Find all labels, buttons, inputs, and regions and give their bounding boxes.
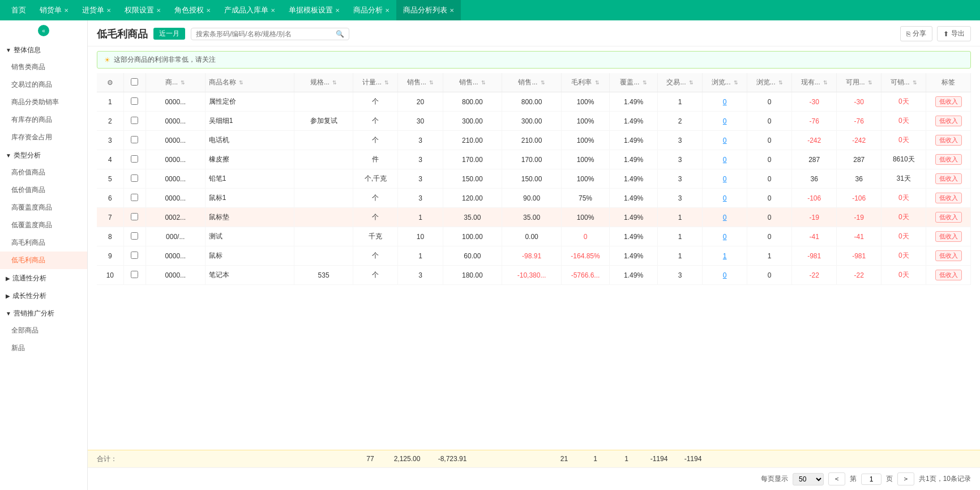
sidebar-group-liquidity[interactable]: ▶ 流通性分析: [0, 269, 87, 287]
th-spec[interactable]: 规格... ⇅: [294, 73, 353, 92]
th-available[interactable]: 可用... ⇅: [837, 73, 881, 92]
cell-browse1[interactable]: 0: [703, 189, 747, 208]
sidebar-item-low-coverage[interactable]: 低覆盖度商品: [0, 216, 87, 234]
sidebar-group-overall[interactable]: ▼ 整体信息: [0, 41, 87, 58]
nav-close-role-auth[interactable]: ✕: [206, 7, 211, 14]
sidebar-item-stock-capital[interactable]: 库存资金占用: [0, 129, 87, 146]
sidebar-item-category-rate[interactable]: 商品分类助销率: [0, 93, 87, 111]
nav-product-storage[interactable]: 产成品入库单 ✕: [217, 0, 282, 20]
sidebar-group-marketing[interactable]: ▼ 营销推广分析: [0, 304, 87, 322]
row-checkbox[interactable]: [131, 232, 138, 240]
row-checkbox[interactable]: [131, 97, 138, 105]
sidebar-item-traded-goods[interactable]: 交易过的商品: [0, 76, 87, 93]
cell-browse1[interactable]: 0: [703, 266, 747, 285]
sidebar-item-high-coverage[interactable]: 高覆盖度商品: [0, 199, 87, 216]
th-sales-profit[interactable]: 销售... ⇅: [502, 73, 562, 92]
th-gross-rate[interactable]: 毛利率 ⇅: [561, 73, 609, 92]
cell-browse1[interactable]: 0: [703, 208, 747, 227]
nav-template-settings[interactable]: 单据模板设置 ✕: [282, 0, 346, 20]
nav-role-auth[interactable]: 角色授权 ✕: [168, 0, 217, 20]
cell-checkbox[interactable]: [123, 150, 145, 169]
row-checkbox[interactable]: [131, 271, 138, 278]
nav-analysis-list[interactable]: 商品分析列表 ✕: [396, 0, 461, 20]
search-icon[interactable]: 🔍: [336, 30, 344, 38]
sidebar-item-new-goods[interactable]: 新品: [0, 339, 87, 357]
th-trade[interactable]: 交易... ⇅: [658, 73, 703, 92]
sidebar-group-type-analysis[interactable]: ▼ 类型分析: [0, 146, 87, 164]
th-sales-qty[interactable]: 销售... ⇅: [398, 73, 443, 92]
sidebar-group-growth[interactable]: ▶ 成长性分析: [0, 287, 87, 304]
row-checkbox[interactable]: [131, 117, 138, 124]
sidebar-item-high-value[interactable]: 高价值商品: [0, 164, 87, 181]
export-button[interactable]: ⬆ 导出: [937, 26, 971, 41]
sidebar-collapse-btn[interactable]: «: [38, 25, 49, 36]
th-unit[interactable]: 计量... ⇅: [353, 73, 398, 92]
nav-purchase[interactable]: 进货单 ✕: [75, 0, 118, 20]
nav-sales[interactable]: 销货单 ✕: [33, 0, 75, 20]
sidebar-item-sales-goods[interactable]: 销售类商品: [0, 58, 87, 76]
th-checkbox[interactable]: [123, 73, 145, 92]
th-saleable[interactable]: 可销... ⇅: [881, 73, 926, 92]
cell-checkbox[interactable]: [123, 112, 145, 131]
th-code[interactable]: 商... ⇅: [145, 73, 205, 92]
cell-browse1[interactable]: 0: [703, 112, 747, 131]
row-checkbox[interactable]: [131, 194, 138, 201]
cell-browse1[interactable]: 0: [703, 92, 747, 112]
row-checkbox[interactable]: [131, 155, 138, 163]
row-checkbox[interactable]: [131, 213, 138, 220]
cell-checkbox[interactable]: [123, 92, 145, 112]
prev-page-btn[interactable]: ＜: [828, 472, 845, 485]
row-checkbox[interactable]: [131, 174, 138, 182]
cell-checkbox[interactable]: [123, 169, 145, 189]
search-input[interactable]: [196, 30, 333, 38]
arrow-icon-3: ▶: [6, 275, 10, 282]
row-checkbox[interactable]: [131, 136, 138, 143]
nav-close-sales[interactable]: ✕: [64, 7, 69, 14]
cell-browse1[interactable]: 0: [703, 169, 747, 189]
nav-home[interactable]: 首页: [5, 0, 33, 20]
cell-browse1[interactable]: 1: [703, 246, 747, 266]
select-all-checkbox[interactable]: [131, 78, 138, 86]
nav-close-template-settings[interactable]: ✕: [335, 7, 340, 14]
th-sales-amount[interactable]: 销售... ⇅: [443, 73, 502, 92]
cell-checkbox[interactable]: [123, 131, 145, 150]
sidebar-item-low-value[interactable]: 低价值商品: [0, 181, 87, 199]
nav-close-product-storage[interactable]: ✕: [271, 7, 275, 14]
cell-browse1[interactable]: 0: [703, 131, 747, 150]
page-number-input[interactable]: [861, 474, 881, 485]
th-tag[interactable]: 标签: [926, 73, 971, 92]
table-row: 5 0000... 铅笔1 个,千克 3 150.00 150.00 100% …: [97, 169, 971, 189]
cell-checkbox[interactable]: [123, 208, 145, 227]
th-browse2[interactable]: 浏览... ⇅: [747, 73, 792, 92]
table-container[interactable]: ⚙ 商... ⇅ 商品名称 ⇅: [88, 73, 980, 450]
cell-browse1[interactable]: 0: [703, 227, 747, 246]
page-size-select[interactable]: 50 20 100: [793, 473, 824, 485]
cell-checkbox[interactable]: [123, 246, 145, 266]
nav-close-product-analysis[interactable]: ✕: [385, 7, 390, 14]
th-coverage[interactable]: 覆盖... ⇅: [610, 73, 658, 92]
th-name[interactable]: 商品名称 ⇅: [205, 73, 294, 92]
cell-browse1[interactable]: 0: [703, 150, 747, 169]
cell-sales-amount: 150.00: [443, 169, 502, 189]
next-page-btn[interactable]: ＞: [897, 472, 914, 485]
share-button[interactable]: ⎘ 分享: [900, 26, 932, 41]
nav-permissions[interactable]: 权限设置 ✕: [118, 0, 168, 20]
search-box[interactable]: 🔍: [191, 28, 349, 40]
nav-product-analysis[interactable]: 商品分析 ✕: [346, 0, 396, 20]
filter-tag-recent-month[interactable]: 近一月: [153, 28, 185, 40]
cell-code: 000/...: [145, 227, 205, 246]
cell-checkbox[interactable]: [123, 227, 145, 246]
th-settings[interactable]: ⚙: [97, 73, 123, 92]
th-current-stock[interactable]: 现有... ⇅: [792, 73, 837, 92]
cell-checkbox[interactable]: [123, 189, 145, 208]
nav-close-permissions[interactable]: ✕: [156, 7, 161, 14]
row-checkbox[interactable]: [131, 252, 138, 259]
sidebar-item-high-profit[interactable]: 高毛利商品: [0, 234, 87, 252]
sidebar-item-in-stock[interactable]: 有库存的商品: [0, 111, 87, 129]
nav-close-purchase[interactable]: ✕: [106, 7, 111, 14]
cell-checkbox[interactable]: [123, 266, 145, 285]
nav-close-analysis-list[interactable]: ✕: [450, 7, 454, 14]
th-browse1[interactable]: 浏览... ⇅: [703, 73, 747, 92]
sidebar-item-low-profit[interactable]: 低毛利商品: [0, 252, 87, 269]
sidebar-item-all-goods[interactable]: 全部商品: [0, 322, 87, 339]
